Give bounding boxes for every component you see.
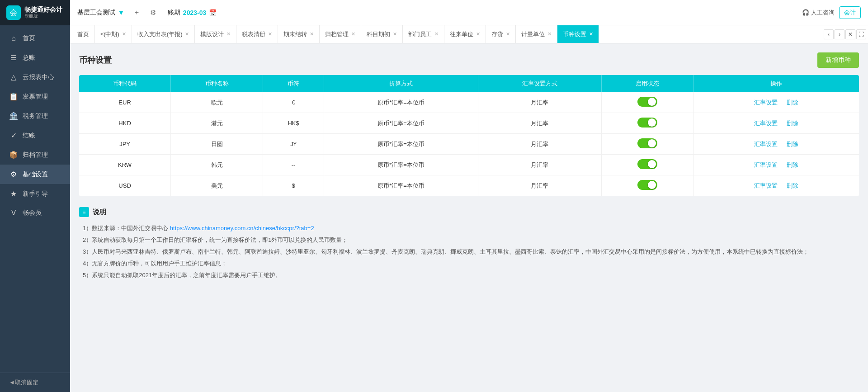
rate-settings-link-4[interactable]: 汇率设置 [754, 182, 778, 189]
toggle-3[interactable] [637, 159, 657, 169]
main-content: 币种设置 新增币种 币种代码 币种名称 币符 折算方式 汇率设置方式 启用状态 … [70, 43, 868, 392]
rate-settings-link-2[interactable]: 汇率设置 [754, 141, 778, 147]
ledger-icon: ☰ [9, 53, 18, 62]
settings-btn[interactable]: ⚙ [147, 6, 160, 19]
sidebar-item-member[interactable]: V 畅会员 [0, 203, 70, 222]
tab-home[interactable]: 首页 [72, 25, 95, 43]
tab-dept-close[interactable]: ✕ [434, 31, 439, 37]
tab-mid-close[interactable]: ✕ [122, 31, 126, 37]
tab-currency[interactable]: 币种设置 ✕ [557, 25, 599, 43]
cell-rate-type-0: 月汇率 [478, 92, 601, 113]
toggle-knob-0 [648, 98, 656, 106]
account-button[interactable]: 会计 [839, 6, 861, 19]
member-icon: V [9, 209, 18, 217]
col-rate-type: 汇率设置方式 [478, 75, 601, 92]
tab-template-close[interactable]: ✕ [226, 31, 231, 37]
toggle-knob-1 [648, 118, 656, 127]
delete-link-3[interactable]: 删除 [787, 161, 798, 168]
sidebar-label-archive: 归档管理 [23, 151, 48, 159]
tab-archive[interactable]: 归档管理 ✕ [320, 25, 361, 43]
table-row: HKD 港元 HK$ 原币*汇率=本位币 月汇率 汇率设置 删除 [79, 113, 859, 134]
tab-dept[interactable]: 部门员工 ✕ [403, 25, 444, 43]
sidebar-menu: ⌂ 首页 ☰ 总账 △ 云报表中心 📋 发票管理 🏦 税务管理 ✓ 结账 📦 归… [0, 25, 70, 373]
tab-template[interactable]: 模版设计 ✕ [195, 25, 236, 43]
tab-tax-close[interactable]: ✕ [268, 31, 272, 37]
toggle-knob-2 [648, 139, 656, 147]
tab-prev-btn[interactable]: ‹ [824, 29, 834, 39]
delete-link-2[interactable]: 删除 [787, 141, 798, 147]
tab-income[interactable]: 收入支出表(年报) ✕ [132, 25, 195, 43]
sidebar-item-close[interactable]: ✓ 结账 [0, 126, 70, 145]
delete-link-0[interactable]: 删除 [787, 99, 798, 106]
cell-rate-type-3: 月汇率 [478, 155, 601, 175]
page-header: 币种设置 新增币种 [79, 52, 859, 68]
cell-code-4: USD [79, 175, 171, 196]
sidebar-item-reports[interactable]: △ 云报表中心 [0, 67, 70, 87]
tab-currency-close[interactable]: ✕ [589, 31, 593, 37]
sidebar-label-settings: 基础设置 [23, 170, 48, 179]
add-company-btn[interactable]: ＋ [131, 6, 143, 19]
page-title: 币种设置 [79, 55, 112, 66]
cell-status-4 [601, 175, 693, 196]
sidebar-item-invoice[interactable]: 📋 发票管理 [0, 87, 70, 106]
toggle-1[interactable] [637, 118, 657, 128]
cell-name-4: 美元 [171, 175, 263, 196]
company-selector[interactable]: 基层工会测试 ▼ [77, 9, 124, 17]
calendar-icon[interactable]: 📅 [209, 9, 217, 16]
topbar-actions: ＋ ⚙ [131, 6, 160, 19]
tab-inventory-close[interactable]: ✕ [506, 31, 510, 37]
cell-code-3: KRW [79, 155, 171, 175]
tab-next-btn[interactable]: › [835, 29, 844, 39]
currency-table: 币种代码 币种名称 币符 折算方式 汇率设置方式 启用状态 操作 EUR 欧元 … [79, 75, 859, 196]
toggle-0[interactable] [637, 97, 657, 107]
sidebar-item-settings[interactable]: ⚙ 基础设置 [0, 165, 70, 184]
support-button[interactable]: 🎧 人工咨询 [802, 9, 835, 17]
sidebar-item-home[interactable]: ⌂ 首页 [0, 29, 70, 48]
rate-settings-link-0[interactable]: 汇率设置 [754, 99, 778, 106]
tab-tax[interactable]: 税表清册 ✕ [236, 25, 278, 43]
tab-close-all-btn[interactable]: ✕ [845, 29, 855, 39]
toggle-knob-4 [648, 181, 656, 189]
toggle-2[interactable] [637, 138, 657, 148]
sidebar-item-archive[interactable]: 📦 归档管理 [0, 145, 70, 165]
chinamoney-link[interactable]: https://www.chinamoney.com.cn/chinese/bk… [170, 225, 314, 231]
tab-income-close[interactable]: ✕ [185, 31, 189, 37]
note-item-3: 3）人民币对马来西亚林吉特、俄罗斯卢布、南非兰特、韩元、阿联酋迪拉姆、沙特里亚尔… [83, 246, 859, 258]
rate-settings-link-3[interactable]: 汇率设置 [754, 161, 778, 168]
tab-mid[interactable]: ≤(中期) ✕ [95, 25, 132, 43]
tab-currency-label: 币种设置 [563, 30, 586, 38]
sidebar-item-tax[interactable]: 🏦 税务管理 [0, 106, 70, 126]
tab-units-close[interactable]: ✕ [547, 31, 552, 37]
new-currency-button[interactable]: 新增币种 [817, 52, 859, 68]
period-display: 账期 2023-03 📅 [168, 9, 217, 17]
tab-subjects[interactable]: 科目期初 ✕ [361, 25, 403, 43]
sidebar-pin-toggle[interactable]: ◄取消固定 [0, 373, 70, 392]
delete-link-1[interactable]: 删除 [787, 120, 798, 127]
tab-subjects-close[interactable]: ✕ [393, 31, 397, 37]
cell-method-0: 原币*汇率=本位币 [324, 92, 478, 113]
tab-clients-close[interactable]: ✕ [476, 31, 480, 37]
cell-name-3: 韩元 [171, 155, 263, 175]
tab-inventory[interactable]: 存货 ✕ [486, 25, 516, 43]
cell-code-1: HKD [79, 113, 171, 134]
tab-units[interactable]: 计量单位 ✕ [516, 25, 557, 43]
tab-clients[interactable]: 往来单位 ✕ [444, 25, 486, 43]
cell-rate-type-1: 月汇率 [478, 113, 601, 134]
currency-table-wrapper: 币种代码 币种名称 币符 折算方式 汇率设置方式 启用状态 操作 EUR 欧元 … [79, 75, 859, 196]
delete-link-4[interactable]: 删除 [787, 182, 798, 189]
tab-period-close-close[interactable]: ✕ [310, 31, 314, 37]
tab-period-close[interactable]: 期末结转 ✕ [278, 25, 320, 43]
sidebar-item-guide[interactable]: ★ 新手引导 [0, 184, 70, 203]
sidebar-item-ledger[interactable]: ☰ 总账 [0, 48, 70, 67]
logo-icon: 会 [6, 5, 21, 20]
toggle-knob-3 [648, 160, 656, 168]
cell-method-3: 原币*汇率=本位币 [324, 155, 478, 175]
col-method: 折算方式 [324, 75, 478, 92]
toggle-4[interactable] [637, 180, 657, 190]
sidebar-label-tax: 税务管理 [23, 112, 48, 120]
tab-archive-close[interactable]: ✕ [351, 31, 355, 37]
cell-method-1: 原币*汇率=本位币 [324, 113, 478, 134]
rate-settings-link-1[interactable]: 汇率设置 [754, 120, 778, 127]
tab-expand-btn[interactable]: ⛶ [856, 29, 866, 39]
sidebar-label-member: 畅会员 [23, 209, 42, 217]
